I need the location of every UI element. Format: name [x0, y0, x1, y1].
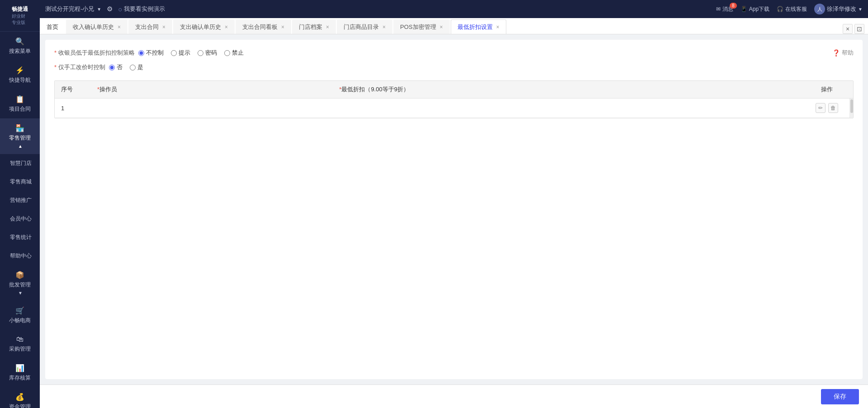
sidebar-item-marketing[interactable]: 营销推广 [0, 191, 40, 210]
tab-payment-contract-label: 支出合同 [135, 23, 159, 31]
app-download-btn[interactable]: 📱 App下载 [741, 5, 769, 13]
strategy-no-control-radio[interactable] [138, 50, 144, 56]
strategy-remind[interactable]: 提示 [171, 49, 190, 57]
topbar-settings-btn[interactable]: ⚙ [107, 5, 113, 13]
user-dropdown-icon: ▼ [858, 7, 863, 12]
strategy-remind-radio[interactable] [171, 50, 177, 56]
sidebar-item-retail-stats-label: 零售统计 [10, 234, 32, 241]
tab-income-confirm-close[interactable]: × [118, 24, 121, 30]
service-btn[interactable]: 🎧 在线客服 [777, 5, 807, 13]
sidebar-item-retail-stats[interactable]: 零售统计 [0, 228, 40, 247]
manual-no-radio[interactable] [109, 65, 115, 70]
tab-store-file[interactable]: 门店档案 × [292, 19, 336, 34]
tab-min-discount[interactable]: 最低折扣设置 × [451, 19, 506, 34]
purchase-icon: 🛍 [16, 335, 24, 343]
tab-more-btn[interactable]: ⊡ [854, 24, 864, 34]
manual-yes-radio[interactable] [130, 65, 136, 70]
tab-payment-confirm-close[interactable]: × [225, 24, 228, 30]
topbar-demo-btn[interactable]: ○ 我要看实例演示 [118, 5, 165, 13]
strategy-radio-group: 不控制 提示 密码 禁止 [138, 49, 244, 57]
strategy-forbidden-radio[interactable] [224, 50, 230, 56]
help-link[interactable]: ❓ 帮助 [832, 49, 854, 57]
col-header-action: 操作 [804, 81, 849, 98]
sidebar-item-finance[interactable]: 💰 资金管理 [0, 387, 40, 408]
header-scrollbar-space [849, 81, 853, 98]
project-name: 测试分开完程-小兄 [45, 5, 94, 13]
sidebar-item-finance-label: 资金管理 [9, 403, 31, 408]
tab-payment-contract-close[interactable]: × [162, 24, 165, 30]
sidebar-item-ecommerce[interactable]: 🛒 小畅电商 [0, 301, 40, 330]
tab-store-file-close[interactable]: × [326, 24, 329, 30]
strategy-no-control[interactable]: 不控制 [138, 49, 164, 57]
sidebar-item-retail-mall[interactable]: 零售商城 [0, 173, 40, 191]
tab-payment-board-label: 支出合同看板 [242, 23, 278, 31]
tab-store-goods-close[interactable]: × [382, 24, 386, 30]
tab-store-goods[interactable]: 门店商品目录 × [337, 19, 392, 34]
manual-no-label: 否 [117, 63, 123, 71]
tab-payment-board-close[interactable]: × [281, 24, 284, 30]
search-icon: 🔍 [15, 37, 24, 46]
content-area: ❓ 帮助 * 收银员低于最低折扣控制策略 不控制 [40, 34, 868, 385]
cell-action-1: ✏ 🗑 [804, 98, 849, 117]
sidebar-item-marketing-label: 营销推广 [10, 197, 32, 204]
sidebar-item-retail-mall-label: 零售商城 [10, 178, 32, 186]
scrollbar-thumb [850, 99, 853, 113]
service-label: 在线客服 [785, 5, 807, 13]
tab-payment-board[interactable]: 支出合同看板 × [236, 19, 291, 34]
table-body-wrapper: 1 ✏ 🗑 [55, 98, 853, 118]
tab-home[interactable]: 首页 [40, 19, 65, 34]
discount-table: 序号 *操作员 *最低折扣（9.00等于9折） 操作 1 [54, 80, 854, 118]
operator-required-mark: * [97, 86, 99, 93]
main-area: 测试分开完程-小兄 ▼ ⚙ ○ 我要看实例演示 ✉ 消息 8 📱 App下载 🎧… [40, 0, 868, 408]
tab-income-confirm[interactable]: 收入确认单历史 × [66, 19, 127, 34]
sidebar-item-member-center[interactable]: 会员中心 [0, 210, 40, 228]
app-download-icon: 📱 [741, 6, 747, 12]
user-menu[interactable]: 人 徐泽华修改 ▼ [814, 4, 863, 14]
manual-yes[interactable]: 是 [130, 63, 143, 71]
strategy-password-radio[interactable] [198, 50, 203, 56]
sidebar-item-retail-mgmt[interactable]: 🏪 零售管理 ▲ [0, 118, 40, 154]
topbar: 测试分开完程-小兄 ▼ ⚙ ○ 我要看实例演示 ✉ 消息 8 📱 App下载 🎧… [40, 0, 868, 18]
message-icon: ✉ [716, 6, 721, 12]
tab-payment-confirm[interactable]: 支出确认单历史 × [173, 19, 235, 34]
message-btn[interactable]: ✉ 消息 8 [716, 5, 733, 13]
cell-discount-1 [333, 98, 804, 117]
strategy-password[interactable]: 密码 [198, 49, 217, 57]
strategy-forbidden[interactable]: 禁止 [224, 49, 244, 57]
retail-mgmt-icon: 🏪 [15, 124, 24, 132]
sidebar-item-purchase-mgmt[interactable]: 🛍 采购管理 [0, 330, 40, 358]
sidebar-item-inventory-label: 库存核算 [9, 374, 31, 382]
table-row: 1 ✏ 🗑 [55, 98, 849, 118]
tab-pos-password-close[interactable]: × [440, 24, 443, 30]
logo-edition: 专业版 [12, 19, 28, 26]
sidebar-item-member-label: 会员中心 [10, 215, 32, 223]
sidebar-item-project-contract[interactable]: 📋 项目合同 [0, 89, 40, 118]
col-header-operator: *操作员 [91, 81, 333, 98]
sidebar-item-search[interactable]: 🔍 搜索菜单 [0, 32, 40, 61]
sidebar-item-wholesale-mgmt[interactable]: 📦 批发管理 ▼ [0, 265, 40, 301]
tab-payment-contract[interactable]: 支出合同 × [128, 19, 172, 34]
tab-income-confirm-label: 收入确认单历史 [73, 23, 114, 31]
sidebar-item-inventory[interactable]: 📊 库存核算 [0, 358, 40, 387]
cell-operator-1 [91, 98, 333, 117]
tab-pos-password[interactable]: POS加密管理 × [393, 19, 449, 34]
strategy-forbidden-label: 禁止 [232, 49, 244, 57]
sidebar-item-help-center[interactable]: 帮助中心 [0, 247, 40, 265]
save-button[interactable]: 保存 [821, 389, 859, 404]
cell-seq-1: 1 [55, 98, 91, 117]
table-scrollbar[interactable] [849, 98, 853, 118]
sidebar-item-smart-store-label: 智慧门店 [10, 159, 32, 167]
row-edit-btn[interactable]: ✏ [816, 103, 826, 113]
demo-icon: ○ [118, 5, 122, 13]
tab-pos-password-label: POS加密管理 [400, 23, 436, 31]
ecommerce-icon: 🛒 [15, 306, 24, 315]
project-selector[interactable]: 测试分开完程-小兄 ▼ [45, 5, 101, 13]
inventory-icon: 📊 [15, 364, 24, 372]
sidebar-item-quicknav[interactable]: ⚡ 快捷导航 [0, 61, 40, 89]
row-delete-btn[interactable]: 🗑 [828, 103, 838, 113]
tab-close-current-btn[interactable]: × [843, 24, 853, 34]
manual-no[interactable]: 否 [109, 63, 123, 71]
sidebar-item-smart-store[interactable]: 智慧门店 [0, 154, 40, 173]
tab-min-discount-close[interactable]: × [496, 24, 500, 30]
wholesale-icon: 📦 [15, 271, 24, 279]
